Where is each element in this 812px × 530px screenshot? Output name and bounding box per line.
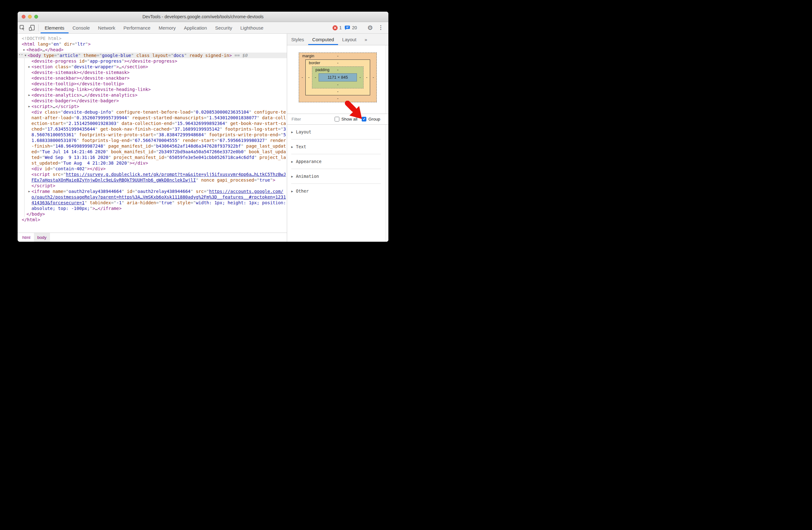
punctuation-token: " (127, 161, 129, 166)
code-line[interactable]: ▶<head>…</head> (18, 47, 287, 53)
box-model[interactable]: margin - - border - - (299, 53, 377, 102)
toolbar-separator (38, 24, 39, 31)
attribute-value-token: Wed Sep 9 13:31:16 2020 (45, 155, 108, 160)
main-area: <!DOCTYPE html><html lang="en" dir="ltr"… (18, 34, 388, 242)
breadcrumb-html[interactable]: html (19, 233, 34, 242)
section-layout[interactable]: ▶Layout (287, 125, 388, 139)
disclosure-triangle-icon[interactable]: ▶ (291, 175, 293, 178)
expand-arrow-icon[interactable]: ▶ (27, 103, 31, 109)
tab-lighthouse[interactable]: Lighthouse (236, 22, 267, 33)
margin-left-value[interactable]: - (299, 75, 305, 80)
tag-token: </devsite-analytics> (85, 93, 138, 98)
device-toolbar-button[interactable] (27, 22, 37, 33)
code-line[interactable]: ▶<section class="devsite-wrapper">…</sec… (18, 64, 287, 70)
section-appearance[interactable]: ▶Appearance (287, 154, 388, 169)
punctuation-token: =" (71, 115, 76, 120)
more-options-kebab-button[interactable]: ⋮ (376, 22, 385, 33)
border-right-value[interactable]: - (364, 75, 370, 80)
tab-memory[interactable]: Memory (155, 22, 179, 33)
code-line[interactable]: ▶<script>…</script> (18, 103, 287, 109)
message-bubble-icon (345, 25, 350, 30)
more-tabs-chevron[interactable]: » (360, 34, 371, 45)
code-line[interactable]: ••▼<body type="article" theme="google-bl… (18, 53, 287, 58)
code-line[interactable]: <div id="contain-402"></div> (18, 166, 287, 171)
section-other[interactable]: ▶Other (287, 184, 388, 198)
tab-console[interactable]: Console (69, 22, 94, 33)
disclosure-triangle-icon[interactable]: ▶ (291, 145, 293, 149)
punctuation-token: " (243, 149, 246, 154)
code-line[interactable]: <script src="https://survey.g.doubleclic… (18, 171, 287, 183)
punctuation-token: =" (204, 115, 209, 120)
code-line[interactable]: <devsite-progress id="app-progress"></de… (18, 58, 287, 64)
padding-right-value[interactable]: - (357, 75, 363, 80)
code-line[interactable]: <div class="devsite-debug-info" configur… (18, 109, 287, 166)
code-line[interactable]: <!DOCTYPE html> (18, 36, 287, 41)
message-count-button[interactable]: 20 (345, 25, 360, 30)
sidebar-tab-computed[interactable]: Computed (308, 34, 338, 45)
code-line[interactable]: <devsite-sitemask></devsite-sitemask> (18, 70, 287, 75)
border-top-value[interactable]: - (337, 61, 338, 65)
padding-box[interactable]: padding - - 1171 × 845 - (312, 66, 364, 88)
sidebar-tab-styles[interactable]: Styles (287, 34, 308, 45)
error-count-button[interactable]: 1 (332, 25, 345, 30)
tab-performance[interactable]: Performance (119, 22, 155, 33)
disclosure-triangle-icon[interactable]: ▶ (291, 190, 293, 193)
scrollbar[interactable] (385, 45, 388, 242)
padding-top-value[interactable]: - (337, 68, 338, 72)
code-line[interactable]: </html> (18, 217, 287, 223)
section-text[interactable]: ▶Text (287, 139, 388, 154)
punctuation-token: =" (85, 58, 90, 64)
group-label[interactable]: Group (368, 117, 380, 122)
tab-elements[interactable]: Elements (41, 22, 69, 33)
settings-gear-button[interactable]: ⚙ (364, 22, 376, 33)
tab-application[interactable]: Application (180, 22, 211, 33)
inspect-element-button[interactable] (18, 22, 27, 33)
attribute-name-token: tabindex (87, 200, 111, 205)
disclosure-triangle-icon[interactable]: ▶ (291, 160, 293, 163)
expand-arrow-icon[interactable]: ▶ (27, 64, 31, 70)
border-box[interactable]: border - - padding - (305, 59, 370, 95)
sidebar-tab-layout[interactable]: Layout (338, 34, 360, 45)
section-label: Text (296, 144, 306, 149)
punctuation-token: =" (156, 200, 161, 205)
code-line[interactable]: ▶<devsite-analytics>…</devsite-analytics… (18, 92, 287, 98)
tab-security[interactable]: Security (211, 22, 236, 33)
code-line[interactable]: <devsite-snackbar></devsite-snackbar> (18, 75, 287, 81)
code-line[interactable]: <devsite-tooltip></devsite-tooltip> (18, 81, 287, 86)
attribute-value-token: 37.16899199935142 (175, 126, 219, 131)
border-bottom-value[interactable]: - (337, 89, 338, 94)
code-line[interactable]: </script> (18, 183, 287, 189)
code-line[interactable]: <html lang="en" dir="ltr"> (18, 41, 287, 47)
computed-pane: margin - - border - - (287, 45, 388, 242)
margin-top-value[interactable]: - (337, 54, 338, 58)
attribute-value-token: true (161, 200, 172, 205)
padding-left-value[interactable]: - (312, 75, 319, 80)
code-line[interactable]: <devsite-badger></devsite-badger> (18, 98, 287, 103)
attribute-value-token: docs (174, 53, 184, 58)
more-dots-icon[interactable]: •• (18, 52, 23, 58)
padding-bottom-value[interactable]: - (337, 82, 338, 87)
code-line[interactable]: <devsite-heading-link></devsite-heading-… (18, 86, 287, 92)
punctuation-token: " (172, 200, 175, 205)
tab-network[interactable]: Network (94, 22, 119, 33)
ellipsis-token: … (82, 93, 84, 98)
attribute-value-token: contain-402 (55, 166, 85, 171)
section-animation[interactable]: ▶Animation (287, 169, 388, 183)
expand-arrow-icon[interactable]: ▶ (27, 189, 31, 194)
tag-token: </html> (22, 217, 40, 222)
punctuation-token: =" (63, 189, 69, 194)
margin-right-value[interactable]: - (370, 75, 376, 80)
expand-arrow-icon[interactable]: ▶ (27, 92, 31, 98)
expand-arrow-icon[interactable]: ▼ (23, 53, 28, 58)
ellipsis-token: … (119, 64, 121, 69)
margin-bottom-value[interactable]: - (337, 96, 338, 101)
code-line[interactable]: ▶<iframe name="oauth2relay438944664" id=… (18, 189, 287, 211)
border-left-value[interactable]: - (306, 75, 312, 80)
show-all-checkbox[interactable] (335, 117, 339, 122)
disclosure-triangle-icon[interactable]: ▶ (291, 130, 293, 134)
attribute-value-token: 2.1514250001928303 (69, 121, 116, 126)
breadcrumb-body[interactable]: body (34, 233, 50, 242)
code-line[interactable]: </body> (18, 211, 287, 217)
filter-input[interactable] (291, 116, 327, 122)
content-size[interactable]: 1171 × 845 (319, 73, 357, 82)
